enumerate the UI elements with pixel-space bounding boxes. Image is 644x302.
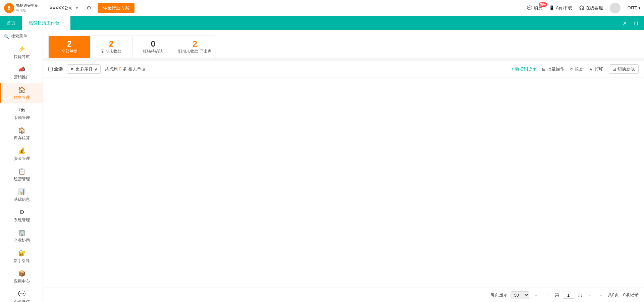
next-page-button[interactable]: › [585, 291, 594, 299]
next-page-icon: › [588, 293, 590, 298]
sidebar-item-system[interactable]: ⚙ 系统管理 [0, 205, 43, 226]
tab-dashboard[interactable]: 钱货日清工作台 × [22, 16, 70, 30]
toolbar-right: + 新增销货单 ⊞ 批量操作 ↻ 刷新 🖨 打印 ⊡ 切换新版 [511, 64, 639, 74]
filter-button[interactable]: ▼ 更多条件 ∨ [67, 64, 101, 74]
sidebar-item-basic[interactable]: 📊 基础信息 [0, 185, 43, 205]
select-all-checkbox[interactable]: 全选 [48, 66, 63, 72]
print-label: 打印 [595, 66, 603, 72]
sidebar-item-label: 系统管理 [14, 217, 30, 223]
sidebar-item-label: 资金管理 [14, 156, 30, 162]
add-sale-order-button[interactable]: + 新增销货单 [511, 66, 537, 72]
batch-label: 批量操作 [547, 66, 565, 72]
nav-tab-actions: ✕ ⊡ [621, 20, 644, 26]
count-unit: 条 [122, 66, 127, 71]
sidebar-item-label: 采购管理 [14, 115, 30, 121]
pagination: 每页显示 50 10 20 100 « ‹ 第 页 › » 共0页，0条记录 [43, 288, 644, 302]
stat-label-pending: 旺铺待确认 [143, 49, 163, 54]
select-all-input[interactable] [48, 67, 53, 71]
print-button[interactable]: 🖨 打印 [589, 66, 603, 72]
service-icon: 🎧 [579, 5, 584, 10]
marketing-icon: 📣 [18, 66, 25, 73]
switch-icon: ⊡ [612, 67, 616, 72]
sidebar-item-operation[interactable]: 📋 经营管理 [0, 164, 43, 185]
message-icon: 💬 [527, 5, 532, 10]
sidebar-item-quick-nav[interactable]: ⚡ 快捷导航 [0, 42, 43, 62]
inventory-icon: 🏠 [18, 127, 25, 134]
page-size-select[interactable]: 50 10 20 100 [511, 291, 529, 299]
stat-label-all: 全部单据 [61, 49, 77, 54]
message-badge: 99+ [539, 2, 547, 7]
sidebar-item-appcenter[interactable]: 📦 应用中心 [0, 266, 43, 287]
filter-icon: ▼ [70, 67, 74, 72]
logo-sub: 标准版 [16, 8, 38, 13]
stat-tab-pending[interactable]: 0 旺铺待确认 [132, 36, 174, 58]
refresh-button[interactable]: ↻ 刷新 [570, 66, 584, 72]
switch-version-button[interactable]: ⊡ 切换新版 [609, 64, 639, 74]
sidebar-item-wechat[interactable]: 💬 企业微信 [0, 287, 43, 302]
sidebar-item-label: 快捷导航 [14, 54, 30, 60]
sidebar-item-marketing[interactable]: 📣 营销推广 [0, 62, 43, 83]
tab-close-icon[interactable]: × [61, 21, 64, 25]
window-close-icon[interactable]: ✕ [621, 20, 629, 26]
online-service-button[interactable]: 🎧 在线客服 [579, 5, 603, 11]
page-suffix: 页 [578, 292, 582, 298]
stat-tab-shipped[interactable]: 2 到期未收款 已出库 [174, 36, 216, 58]
first-page-icon: « [535, 293, 537, 298]
sidebar-item-finance[interactable]: 💰 资金管理 [0, 144, 43, 164]
sidebar-item-newbie[interactable]: 🔐 新手引导 [0, 246, 43, 266]
message-button[interactable]: 💬 消息 99+ [527, 5, 542, 11]
trial-button[interactable]: 体验行业方案 [98, 3, 135, 13]
sidebar-item-sales[interactable]: 🏠 销售管理 [0, 83, 43, 103]
avatar[interactable] [610, 3, 621, 13]
sidebar: 🔍 搜索菜单 ⚡ 快捷导航 📣 营销推广 🏠 销售管理 🛍 采购管理 🏠 库存核… [0, 30, 43, 302]
main-content: 2 全部单据 2 到期未收款 0 旺铺待确认 2 到期未收款 已出库 [43, 30, 644, 302]
tab-home-label: 首页 [7, 20, 15, 26]
settings-button[interactable]: ⚙ [84, 3, 94, 13]
total-text: 共0页，0条记录 [608, 292, 639, 298]
stat-label-overdue: 到期未收款 [101, 49, 121, 54]
logo-area: 6 畅捷通好生意 标准版 [4, 3, 47, 13]
batch-icon: ⊞ [542, 67, 546, 72]
search-menu-label: 搜索菜单 [11, 34, 27, 39]
page-label: 第 [555, 292, 559, 298]
purchase-icon: 🛍 [19, 107, 25, 114]
prev-page-button[interactable]: ‹ [543, 291, 552, 299]
search-menu[interactable]: 🔍 搜索菜单 [0, 30, 43, 42]
nav-tabs: 首页 钱货日清工作台 × ✕ ⊡ [0, 16, 644, 30]
company-selector[interactable]: XXXXX公司 ▼ [47, 4, 82, 12]
stat-num-shipped: 2 [177, 39, 213, 49]
sidebar-item-inventory[interactable]: 🏠 库存核算 [0, 123, 43, 144]
page-input[interactable] [562, 292, 575, 299]
gear-icon: ⚙ [87, 5, 91, 11]
tab-home[interactable]: 首页 [0, 16, 22, 30]
logo-text-group: 畅捷通好生意 标准版 [16, 3, 38, 12]
sidebar-item-purchase[interactable]: 🛍 采购管理 [0, 103, 43, 123]
app-download-label: App下载 [556, 5, 572, 11]
system-icon: ⚙ [19, 208, 24, 216]
count-num: 0 [119, 66, 121, 71]
avatar-name: OfTEn [627, 5, 640, 10]
chevron-down-icon: ▼ [75, 6, 79, 10]
finance-icon: 💰 [18, 147, 25, 155]
app-icon: 📱 [549, 5, 554, 10]
stat-tab-all[interactable]: 2 全部单据 [49, 36, 91, 58]
stat-tab-overdue[interactable]: 2 到期未收款 [91, 36, 132, 58]
enterprise-icon: 🏢 [18, 229, 25, 236]
window-expand-icon[interactable]: ⊡ [632, 20, 640, 26]
stat-num-pending: 0 [135, 39, 171, 49]
last-page-button[interactable]: » [596, 291, 605, 299]
sidebar-item-enterprise[interactable]: 🏢 企业协同 [0, 226, 43, 246]
first-page-button[interactable]: « [532, 291, 541, 299]
quick-nav-icon: ⚡ [18, 45, 25, 53]
header-right: 💬 消息 99+ 📱 App下载 🎧 在线客服 OfTEn [527, 3, 640, 13]
top-header: 6 畅捷通好生意 标准版 XXXXX公司 ▼ ⚙ 体验行业方案 💬 消息 99+… [0, 0, 644, 16]
stats-tabs-container: 2 全部单据 2 到期未收款 0 旺铺待确认 2 到期未收款 已出库 [43, 30, 644, 58]
sidebar-item-label: 企业微信 [14, 299, 30, 302]
main-layout: 🔍 搜索菜单 ⚡ 快捷导航 📣 营销推广 🏠 销售管理 🛍 采购管理 🏠 库存核… [0, 30, 644, 302]
app-download-button[interactable]: 📱 App下载 [549, 5, 572, 11]
tab-dashboard-label: 钱货日清工作台 [29, 20, 59, 26]
table-area [43, 77, 644, 288]
operation-icon: 📋 [18, 168, 25, 175]
count-prefix: 共找到 [105, 66, 118, 71]
batch-operation-button[interactable]: ⊞ 批量操作 [542, 66, 565, 72]
